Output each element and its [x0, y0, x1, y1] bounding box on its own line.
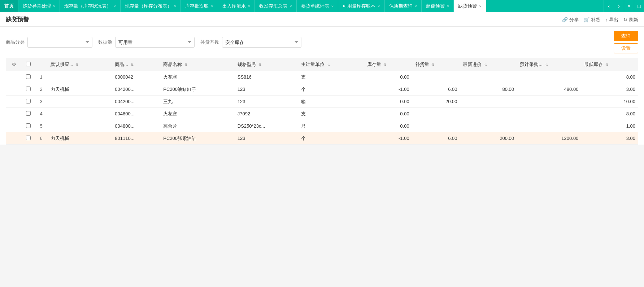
tab-inventory-status[interactable]: 现存量（库存状况表） ×: [60, 0, 120, 12]
category-select[interactable]: [27, 37, 92, 48]
datasource-select[interactable]: 可用量: [115, 37, 195, 48]
cell-replenish: 6.00: [412, 83, 460, 96]
cell-seq: 3: [35, 96, 48, 108]
sort-icon: ⇅: [605, 63, 608, 67]
row-checkbox[interactable]: [26, 136, 31, 140]
category-label: 商品分类: [6, 39, 25, 45]
select-all-checkbox[interactable]: [26, 62, 31, 66]
tab-exception[interactable]: 拣货异常处理 ×: [18, 0, 60, 12]
row-checkbox[interactable]: [26, 123, 31, 128]
col-code: 商品... ⇅: [112, 58, 160, 71]
cell-unit: 个: [298, 132, 364, 145]
settings-button[interactable]: 设置: [614, 43, 638, 53]
col-settings: ⚙: [6, 58, 22, 71]
cell-spec: 123: [235, 132, 299, 145]
filter-group-category: 商品分类: [6, 37, 92, 48]
close-icon[interactable]: ×: [53, 4, 55, 8]
close-icon[interactable]: ×: [447, 4, 449, 8]
cell-supplier: 力天机械: [48, 132, 112, 145]
filter-actions: 查询 设置: [614, 31, 638, 53]
tab-collection[interactable]: 收发存汇总表 ×: [255, 0, 296, 12]
close-icon[interactable]: ×: [331, 4, 334, 8]
query-button[interactable]: 查询: [614, 31, 638, 41]
cell-replenish: [412, 108, 460, 120]
filter-group-replenish-basis: 补货基数 安全库存: [200, 37, 301, 48]
table-body: 1 0000042 火花塞 SS816 支 0.00 8.00 2 力天机械 0…: [6, 71, 638, 145]
col-supplier: 默认供应... ⇅: [48, 58, 112, 71]
col-stock: 库存量 ⇅: [364, 58, 412, 71]
close-icon[interactable]: ×: [113, 4, 116, 8]
cell-code: 004200...: [112, 83, 160, 96]
tab-shortage[interactable]: 缺货预警 ×: [454, 0, 486, 12]
gear-icon[interactable]: ⚙: [9, 61, 19, 68]
cell-est-purchase: 1200.00: [517, 132, 581, 145]
nav-maximize-button[interactable]: □: [634, 0, 644, 12]
close-icon[interactable]: ×: [290, 4, 292, 8]
tab-available[interactable]: 可用量库存账本 ×: [338, 0, 384, 12]
cell-replenish: [412, 71, 460, 83]
close-icon[interactable]: ×: [378, 4, 380, 8]
row-checkbox[interactable]: [26, 87, 31, 91]
tab-expiry[interactable]: 保质期查询 ×: [385, 0, 422, 12]
share-button[interactable]: 🔗 分享: [562, 17, 579, 23]
cell-replenish: 20.00: [412, 96, 460, 108]
cell-est-purchase: [517, 71, 581, 83]
nav-controls: ‹ › × □: [604, 0, 644, 12]
cell-latest-price: 200.00: [460, 132, 517, 145]
col-seq: [35, 58, 48, 71]
cell-supplier: 力天机械: [48, 83, 112, 96]
cell-supplier: [48, 108, 112, 120]
close-icon[interactable]: ×: [415, 4, 417, 8]
cell-name: 离合片: [160, 120, 235, 132]
replenish-basis-select[interactable]: 安全库存: [222, 37, 301, 48]
cell-seq: 4: [35, 108, 48, 120]
nav-prev-button[interactable]: ‹: [604, 0, 614, 12]
cell-code: 0000042: [112, 71, 160, 83]
row-checkbox[interactable]: [26, 99, 31, 103]
filter-row: 商品分类 数据源 可用量 补货基数 安全库存 查询 设置: [0, 27, 644, 58]
tab-batch-account[interactable]: 库存批次账 ×: [181, 0, 218, 12]
close-icon[interactable]: ×: [211, 4, 213, 8]
tab-inventory-dist[interactable]: 现存量（库存分布表） ×: [121, 0, 181, 12]
table-container: ⚙ 默认供应... ⇅ 商品... ⇅ 商品名称: [0, 58, 644, 145]
tab-flow[interactable]: 出入库流水 ×: [218, 0, 255, 12]
datasource-label: 数据源: [98, 39, 112, 45]
tab-order-stat[interactable]: 要货单统计表 ×: [297, 0, 338, 12]
nav-next-button[interactable]: ›: [614, 0, 624, 12]
cell-code: 004200...: [112, 96, 160, 108]
col-check: [22, 58, 35, 71]
tab-overstock[interactable]: 超储预警 ×: [422, 0, 454, 12]
close-icon[interactable]: ×: [479, 4, 481, 8]
tab-home[interactable]: 首页: [0, 0, 18, 12]
cell-check: [22, 132, 35, 145]
cell-code: 801110...: [112, 132, 160, 145]
cell-supplier: [48, 96, 112, 108]
share-icon: 🔗: [562, 17, 568, 22]
cell-settings: [6, 96, 22, 108]
cell-check: [22, 120, 35, 132]
close-icon[interactable]: ×: [248, 4, 250, 8]
sort-icon: ⇅: [131, 63, 134, 67]
export-button[interactable]: ↑ 导出: [605, 17, 619, 23]
col-name: 商品名称 ⇅: [160, 58, 235, 71]
col-min-stock: 最低库存 ⇅: [581, 58, 638, 71]
cell-check: [22, 71, 35, 83]
cell-spec: DS250*23c...: [235, 120, 299, 132]
close-icon[interactable]: ×: [174, 4, 176, 8]
cell-stock: 0.00: [364, 120, 412, 132]
cell-code: 004800...: [112, 120, 160, 132]
cell-seq: 6: [35, 132, 48, 145]
cell-est-purchase: [517, 96, 581, 108]
cell-unit: 支: [298, 71, 364, 83]
cell-min-stock: 3.00: [581, 83, 638, 96]
export-icon: ↑: [605, 17, 608, 22]
row-checkbox[interactable]: [26, 74, 31, 79]
cell-stock: 0.00: [364, 96, 412, 108]
cell-est-purchase: 480.00: [517, 83, 581, 96]
replenish-button[interactable]: 🛒 补货: [584, 17, 600, 23]
nav-close-button[interactable]: ×: [624, 0, 634, 12]
row-checkbox[interactable]: [26, 111, 31, 116]
cell-code: 004600...: [112, 108, 160, 120]
table-row: 4 004600... 火花塞 J7092 支 0.00 8.00: [6, 108, 638, 120]
refresh-button[interactable]: ↻ 刷新: [623, 17, 638, 23]
